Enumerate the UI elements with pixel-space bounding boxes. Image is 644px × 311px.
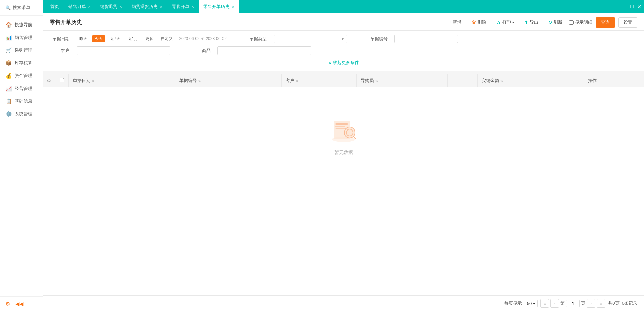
export-button[interactable]: ⬆ 导出 — [521, 18, 542, 27]
close-tab-sales-return-history-icon[interactable]: ✕ — [160, 5, 162, 9]
display-detail-checkbox[interactable]: 显示明细 — [569, 19, 592, 25]
prev-page-icon: ‹ — [554, 301, 555, 306]
collapse-more-label: 收起更多条件 — [333, 60, 359, 66]
th-amount[interactable]: 实销金额 ⇅ — [477, 74, 584, 87]
filter-area: 单据日期 昨天 今天 近7天 近1月 更多 自定义 2023-06-02 至 2… — [43, 31, 644, 71]
pagination: 每页显示 50 ▾ « ‹ 第 页 › » — [43, 295, 644, 311]
page-title: 零售开单历史 — [50, 19, 82, 26]
tab-sales-return[interactable]: 销货退货 ✕ — [95, 0, 127, 13]
add-button[interactable]: + 新增 — [446, 18, 465, 27]
sidebar-item-label: 快捷导航 — [15, 22, 32, 28]
prev-page-button[interactable]: ‹ — [550, 299, 559, 308]
refresh-button[interactable]: ↻ 刷新 — [545, 18, 566, 27]
sidebar-item-label: 资金管理 — [15, 73, 32, 79]
empty-state: 暂无数据 — [43, 87, 644, 183]
customer-browse-icon[interactable]: ··· — [163, 48, 167, 53]
tab-sales-return-history-label: 销货退货历史 — [132, 4, 158, 10]
customer-input-field[interactable] — [80, 48, 161, 53]
tab-retail-open[interactable]: 零售开单 ✕ — [167, 0, 199, 13]
tab-sales-order[interactable]: 销售订单 ✕ — [64, 0, 95, 13]
per-page-label: 每页显示 — [504, 300, 522, 306]
close-tab-sales-order-icon[interactable]: ✕ — [88, 5, 91, 9]
next-page-button[interactable]: › — [587, 299, 595, 308]
sidebar-item-basic[interactable]: 📋 基础信息 — [0, 95, 43, 108]
type-filter-select[interactable]: ▾ — [274, 35, 347, 43]
date-btn-last7[interactable]: 近7天 — [107, 35, 123, 42]
query-button[interactable]: 查询 — [596, 17, 615, 28]
close-window-icon[interactable]: ✕ — [637, 4, 641, 10]
select-all-checkbox[interactable] — [60, 78, 64, 82]
goods-browse-icon[interactable]: ··· — [304, 48, 308, 53]
th-number[interactable]: 单据编号 ⇅ — [175, 74, 281, 87]
th-settings[interactable]: ⚙ — [43, 74, 55, 87]
date-btn-today[interactable]: 今天 — [92, 35, 105, 42]
sidebar-search[interactable]: 🔍 搜索采单 — [0, 0, 43, 16]
inventory-icon: 📦 — [5, 60, 12, 66]
th-guide-sort-icon: ⇅ — [375, 79, 378, 83]
sidebar-item-system[interactable]: ⚙️ 系统管理 — [0, 108, 43, 120]
first-page-button[interactable]: « — [540, 299, 549, 308]
last-page-button[interactable]: » — [597, 299, 605, 308]
display-detail-check[interactable] — [569, 20, 574, 25]
maximize-icon[interactable]: □ — [630, 4, 634, 10]
sidebar-item-finance[interactable]: 💰 资金管理 — [0, 69, 43, 82]
sidebar-item-label: 基础信息 — [15, 98, 32, 104]
per-page-select[interactable]: 50 ▾ — [525, 300, 538, 307]
page-input[interactable] — [566, 300, 580, 307]
sidebar-item-purchase[interactable]: 🛒 采购管理 — [0, 44, 43, 57]
tab-sales-return-history[interactable]: 销货退货历史 ✕ — [127, 0, 167, 13]
date-btn-last-month[interactable]: 近1月 — [125, 35, 141, 42]
sidebar-item-quick-nav[interactable]: 🏠 快捷导航 — [0, 18, 43, 31]
customer-filter-input[interactable]: ··· — [77, 46, 170, 55]
column-settings-icon[interactable]: ⚙ — [47, 78, 51, 83]
tab-retail-history[interactable]: 零售开单历史 ✕ — [199, 0, 239, 13]
th-checkbox[interactable] — [55, 74, 69, 87]
close-tab-sales-return-icon[interactable]: ✕ — [119, 5, 122, 9]
th-guide[interactable]: 导购员 ⇅ — [357, 74, 448, 87]
empty-state-row: 暂无数据 — [43, 87, 644, 183]
main-content: 首页 销售订单 ✕ 销货退货 ✕ 销货退货历史 ✕ 零售开单 ✕ 零售开单历史 … — [43, 0, 644, 311]
page-content: 零售开单历史 + 新增 🗑 删除 🖨 打印 ▾ ⬆ 导出 — [43, 13, 644, 311]
sidebar-item-sales[interactable]: 📊 销售管理 — [0, 31, 43, 44]
goods-input-field[interactable] — [221, 48, 302, 53]
type-filter-label: 单据类型 — [247, 36, 267, 42]
finance-icon: 💰 — [5, 73, 12, 79]
th-customer[interactable]: 客户 ⇅ — [281, 74, 356, 87]
collapse-more-button[interactable]: ∧ 收起更多条件 — [50, 58, 637, 67]
table-body: 暂无数据 — [43, 87, 644, 183]
date-btn-more[interactable]: 更多 — [143, 35, 156, 42]
date-filter-options: 昨天 今天 近7天 近1月 更多 自定义 2023-06-02 至 2023-0… — [77, 35, 227, 42]
th-date-label: 单据日期 — [73, 77, 90, 84]
th-customer-sort-icon: ⇅ — [296, 79, 298, 83]
goods-filter-input[interactable]: ··· — [217, 46, 311, 55]
export-icon: ⬆ — [524, 20, 528, 25]
delete-button-label: 删除 — [478, 19, 486, 25]
close-tab-retail-open-icon[interactable]: ✕ — [191, 5, 194, 9]
sidebar-item-inventory[interactable]: 📦 库存核算 — [0, 57, 43, 69]
operations-icon: 📈 — [5, 86, 12, 92]
print-icon: 🖨 — [496, 20, 501, 25]
search-icon: 🔍 — [5, 5, 11, 10]
tab-home[interactable]: 首页 — [46, 0, 64, 13]
print-button[interactable]: 🖨 打印 ▾ — [493, 18, 517, 27]
pagination-nav: « ‹ 第 页 › » — [540, 299, 605, 308]
number-input-field[interactable] — [398, 36, 454, 41]
settings-icon[interactable]: ⚙ — [5, 301, 10, 307]
tabs-right-controls: — □ ✕ — [622, 4, 641, 10]
number-filter-input[interactable] — [394, 35, 458, 43]
minimize-icon[interactable]: — — [622, 4, 627, 10]
setting-button[interactable]: 设置 — [618, 17, 637, 28]
delete-button[interactable]: 🗑 删除 — [468, 18, 490, 27]
tab-home-label: 首页 — [50, 4, 59, 10]
number-filter-label: 单据编号 — [367, 36, 388, 42]
print-caret-icon: ▾ — [512, 21, 514, 24]
tab-retail-history-label: 零售开单历史 — [203, 4, 230, 10]
th-date[interactable]: 单据日期 ⇅ — [69, 74, 175, 87]
sidebar-item-operations[interactable]: 📈 经营管理 — [0, 82, 43, 95]
close-tab-retail-history-icon[interactable]: ✕ — [232, 5, 234, 9]
collapse-sidebar-icon[interactable]: ◀◀ — [15, 301, 23, 307]
date-btn-yesterday[interactable]: 昨天 — [77, 35, 90, 42]
date-btn-custom[interactable]: 自定义 — [158, 35, 176, 42]
svg-rect-2 — [335, 123, 348, 125]
table-wrapper: ⚙ 单据日期 ⇅ — [43, 74, 644, 295]
